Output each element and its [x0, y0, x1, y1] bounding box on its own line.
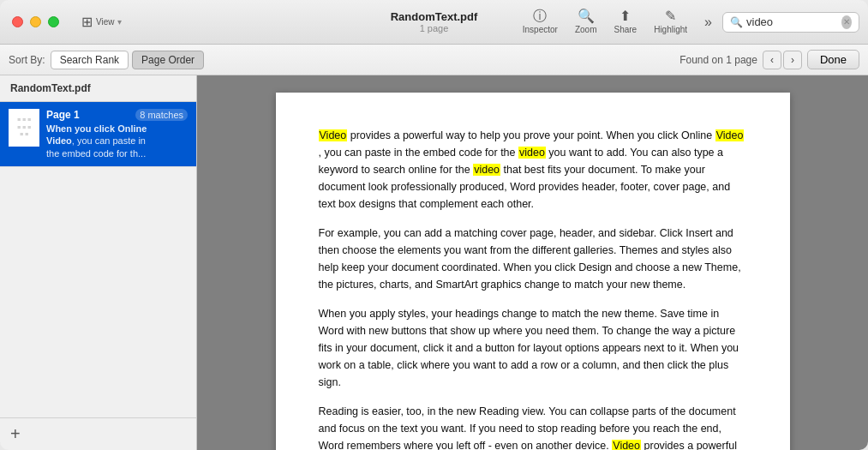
highlight-word: Video — [319, 129, 348, 141]
view-label: View — [96, 17, 115, 27]
sidebar-toggle-group: ⊞ View ▾ — [76, 10, 127, 33]
pdf-paragraph: When you apply styles, your headings cha… — [319, 305, 747, 391]
sidebar-footer: + — [0, 417, 196, 450]
result-page-row: Page 1 8 matches — [46, 109, 188, 121]
sidebar-header: RandomText.pdf — [0, 75, 196, 102]
zoom-tool[interactable]: 🔍 Zoom — [568, 9, 604, 34]
search-icon: 🔍 — [730, 16, 743, 28]
main-area: RandomText.pdf ≡ ≡ ≡≡ ≡ ≡≡ ≡ Page 1 8 ma… — [0, 75, 868, 450]
nav-buttons: ‹ › — [763, 51, 802, 69]
sidebar-results: ≡ ≡ ≡≡ ≡ ≡≡ ≡ Page 1 8 matches When you … — [0, 102, 196, 417]
sidebar-toggle-button[interactable]: ⊞ View ▾ — [76, 10, 127, 33]
minimize-button[interactable] — [30, 16, 41, 27]
pdf-container[interactable]: Video provides a powerful way to help yo… — [197, 75, 868, 450]
pdf-paragraph: For example, you can add a matching cove… — [319, 225, 747, 293]
prev-result-button[interactable]: ‹ — [763, 51, 781, 69]
document-title: RandomText.pdf — [391, 10, 478, 23]
highlight-icon: ✎ — [665, 9, 676, 23]
sidebar-icon: ⊞ — [81, 14, 93, 30]
highlight-word: Video — [715, 129, 745, 141]
share-tool[interactable]: ⬆ Share — [607, 9, 644, 34]
highlight-word: video — [473, 164, 500, 176]
pdf-paragraph: Reading is easier, too, in the new Readi… — [319, 403, 747, 450]
pdf-page: Video provides a powerful way to help yo… — [276, 93, 790, 450]
document-subtitle: 1 page — [420, 23, 449, 33]
search-clear-button[interactable]: ✕ — [841, 15, 852, 29]
traffic-lights — [12, 16, 59, 27]
share-label: Share — [614, 25, 637, 34]
share-icon: ⬆ — [620, 9, 631, 23]
highlight-tool[interactable]: ✎ Highlight — [647, 9, 694, 34]
result-page-label: Page 1 — [46, 109, 80, 121]
inspector-tool[interactable]: ⓘ Inspector — [516, 9, 565, 34]
result-matches-badge: 8 matches — [135, 109, 188, 121]
highlight-label: Highlight — [654, 25, 687, 34]
titlebar: ⊞ View ▾ RandomText.pdf 1 page ⓘ Inspect… — [0, 0, 868, 45]
titlebar-center: RandomText.pdf 1 page — [391, 10, 478, 33]
add-button[interactable]: + — [10, 424, 21, 443]
result-item[interactable]: ≡ ≡ ≡≡ ≡ ≡≡ ≡ Page 1 8 matches When you … — [0, 102, 196, 167]
sort-rank-button[interactable]: Search Rank — [51, 51, 129, 69]
next-result-button[interactable]: › — [783, 51, 802, 69]
highlight-word: Video — [612, 440, 641, 450]
done-button[interactable]: Done — [807, 50, 859, 69]
search-container: 🔍 ✕ — [722, 12, 859, 33]
fullscreen-button[interactable] — [48, 16, 59, 27]
sidebar: RandomText.pdf ≡ ≡ ≡≡ ≡ ≡≡ ≡ Page 1 8 ma… — [0, 75, 197, 450]
page-thumbnail: ≡ ≡ ≡≡ ≡ ≡≡ ≡ — [9, 109, 39, 147]
search-input[interactable] — [746, 15, 838, 28]
zoom-out-icon: 🔍 — [578, 9, 595, 23]
close-button[interactable] — [12, 16, 23, 27]
zoom-label: Zoom — [575, 25, 597, 34]
inspector-icon: ⓘ — [533, 9, 547, 23]
inspector-label: Inspector — [523, 25, 558, 34]
more-tools-button[interactable]: » — [697, 15, 719, 29]
result-snippet: When you click OnlineVideo, you can past… — [46, 123, 188, 159]
chevron-down-icon: ▾ — [117, 17, 122, 27]
pdf-paragraph: Video provides a powerful way to help yo… — [319, 127, 747, 213]
found-text: Found on 1 page — [679, 54, 757, 66]
result-info: Page 1 8 matches When you click OnlineVi… — [46, 109, 188, 159]
titlebar-tools: ⓘ Inspector 🔍 Zoom ⬆ Share ✎ Highlight »… — [516, 9, 859, 34]
toolbar: Sort By: Search Rank Page Order Found on… — [0, 45, 868, 75]
highlight-word: video — [518, 147, 546, 159]
sort-order-button[interactable]: Page Order — [132, 51, 204, 69]
more-icon: » — [704, 15, 712, 29]
sort-by-label: Sort By: — [9, 54, 45, 66]
